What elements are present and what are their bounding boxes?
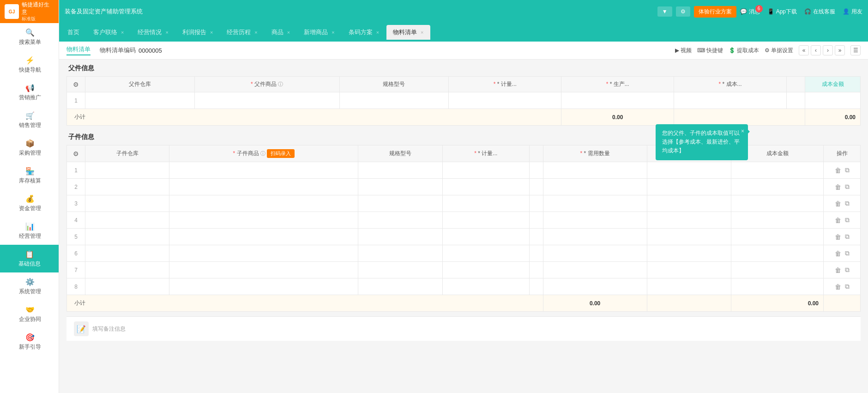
child-row-4-unit[interactable] [442, 212, 529, 229]
sidebar-item-search[interactable]: 🔍 搜索菜单 [0, 23, 59, 51]
sidebar-item-marketing[interactable]: 📢 营销推广 [0, 79, 59, 106]
copy-row-btn[interactable]: ⧉ [845, 249, 850, 257]
close-product-tab[interactable]: × [287, 30, 290, 35]
user-action[interactable]: 👤 用友 [843, 8, 862, 16]
child-row-4-warehouse[interactable] [85, 212, 169, 229]
settings-btn[interactable]: ⚙ [676, 6, 690, 17]
parent-row-1-unit[interactable] [449, 92, 561, 109]
parent-row-1-product[interactable] [194, 92, 339, 109]
service-action[interactable]: 🎧 在线客服 [804, 8, 835, 16]
child-row-5-unit-cost[interactable] [647, 229, 731, 245]
child-row-4-unit-cost[interactable] [647, 212, 731, 229]
view-toggle-btn[interactable]: ☰ [850, 45, 861, 55]
delete-row-btn[interactable]: 🗑 [835, 283, 841, 290]
single-settings-action[interactable]: ⚙ 单据设置 [765, 47, 793, 54]
parent-row-1-spec[interactable] [339, 92, 449, 109]
child-row-7-quantity[interactable] [543, 262, 647, 278]
note-icon[interactable]: 📝 [74, 321, 89, 336]
child-row-1-spec[interactable] [358, 162, 442, 179]
trial-button[interactable]: 体验行业方案 [694, 6, 736, 18]
child-row-4-product[interactable] [169, 212, 358, 229]
child-row-7-unit-cost[interactable] [647, 262, 731, 278]
child-row-2-warehouse[interactable] [85, 179, 169, 195]
child-row-3-quantity[interactable] [543, 195, 647, 212]
child-row-5-unit[interactable] [442, 229, 529, 245]
sidebar-item-collab[interactable]: 🤝 企业协同 [0, 300, 59, 328]
close-operation-history-tab[interactable]: × [254, 30, 257, 35]
copy-row-btn[interactable]: ⧉ [845, 216, 850, 224]
tab-operation-status[interactable]: 经营情况 × [131, 25, 175, 40]
child-row-6-warehouse[interactable] [85, 245, 169, 262]
extract-cost-action[interactable]: 💲 提取成本 [729, 47, 759, 54]
app-download-action[interactable]: 📱 App下载 [767, 8, 797, 16]
sub-tab-bom-list[interactable]: 物料清单 [66, 45, 90, 55]
child-row-7-warehouse[interactable] [85, 262, 169, 278]
parent-settings-icon[interactable]: ⚙ [73, 81, 79, 88]
child-row-2-spec[interactable] [358, 179, 442, 195]
child-row-2-quantity[interactable] [543, 179, 647, 195]
child-row-8-unit[interactable] [442, 278, 529, 295]
child-settings-icon[interactable]: ⚙ [73, 150, 79, 157]
child-row-1-product[interactable] [169, 162, 358, 179]
copy-row-btn[interactable]: ⧉ [845, 183, 850, 191]
tab-new-product[interactable]: 新增商品 × [297, 25, 341, 40]
delete-row-btn[interactable]: 🗑 [835, 233, 841, 241]
sidebar-item-quicknav[interactable]: ⚡ 快捷导航 [0, 51, 59, 79]
copy-row-btn[interactable]: ⧉ [845, 233, 850, 241]
child-row-1-warehouse[interactable] [85, 162, 169, 179]
sidebar-item-system[interactable]: ⚙️ 系统管理 [0, 272, 59, 300]
sidebar-item-inventory[interactable]: 🏪 库存核算 [0, 162, 59, 189]
nav-first-btn[interactable]: « [799, 45, 809, 55]
child-row-3-spec[interactable] [358, 195, 442, 212]
child-row-3-warehouse[interactable] [85, 195, 169, 212]
close-bom-tab[interactable]: × [421, 30, 423, 35]
sidebar-item-guide[interactable]: 🎯 新手引导 [0, 328, 59, 356]
scan-input-btn[interactable]: 扫码录入 [267, 149, 295, 158]
child-row-7-unit[interactable] [442, 262, 529, 278]
parent-row-1-cost[interactable] [674, 92, 787, 109]
child-row-1-unit-cost[interactable] [647, 162, 731, 179]
child-row-5-product[interactable] [169, 229, 358, 245]
copy-row-btn[interactable]: ⧉ [845, 166, 850, 174]
tab-home[interactable]: 首页 [61, 25, 86, 40]
child-row-8-quantity[interactable] [543, 278, 647, 295]
child-row-2-unit-cost[interactable] [647, 179, 731, 195]
close-operation-status-tab[interactable]: × [165, 30, 168, 35]
sidebar-item-finance[interactable]: 💰 资金管理 [0, 189, 59, 217]
sidebar-item-basic[interactable]: 📋 基础信息 [0, 245, 59, 272]
video-action[interactable]: ▶ 视频 [675, 47, 692, 54]
child-row-3-unit-cost[interactable] [647, 195, 731, 212]
nav-next-btn[interactable]: › [823, 45, 833, 55]
close-profit-tab[interactable]: × [210, 30, 213, 35]
child-row-6-unit[interactable] [442, 245, 529, 262]
child-row-4-spec[interactable] [358, 212, 442, 229]
child-row-4-quantity[interactable] [543, 212, 647, 229]
tab-product[interactable]: 商品 × [265, 25, 296, 40]
sidebar-item-purchase[interactable]: 📦 采购管理 [0, 134, 59, 162]
tab-operation-history[interactable]: 经营历程 × [220, 25, 264, 40]
child-row-1-unit[interactable] [442, 162, 529, 179]
child-row-7-spec[interactable] [358, 262, 442, 278]
child-row-8-warehouse[interactable] [85, 278, 169, 295]
close-new-product-tab[interactable]: × [332, 30, 334, 35]
parent-row-1-warehouse[interactable] [85, 92, 195, 109]
child-row-2-product[interactable] [169, 179, 358, 195]
child-row-1-quantity[interactable] [543, 162, 647, 179]
parent-row-1-production[interactable] [561, 92, 674, 109]
child-row-2-unit[interactable] [442, 179, 529, 195]
tab-customer[interactable]: 客户联络 × [87, 25, 130, 40]
close-barcode-tab[interactable]: × [376, 30, 379, 35]
nav-last-btn[interactable]: » [835, 45, 845, 55]
copy-row-btn[interactable]: ⧉ [845, 283, 850, 290]
child-row-5-spec[interactable] [358, 229, 442, 245]
delete-row-btn[interactable]: 🗑 [835, 200, 841, 207]
tab-bom[interactable]: 物料清单 × [386, 25, 430, 40]
child-row-6-product[interactable] [169, 245, 358, 262]
child-row-6-spec[interactable] [358, 245, 442, 262]
child-row-5-warehouse[interactable] [85, 229, 169, 245]
close-customer-tab[interactable]: × [121, 30, 124, 35]
delete-row-btn[interactable]: 🗑 [835, 183, 841, 191]
delete-row-btn[interactable]: 🗑 [835, 250, 841, 257]
child-row-8-unit-cost[interactable] [647, 278, 731, 295]
dropdown-btn[interactable]: ▼ [657, 6, 672, 17]
